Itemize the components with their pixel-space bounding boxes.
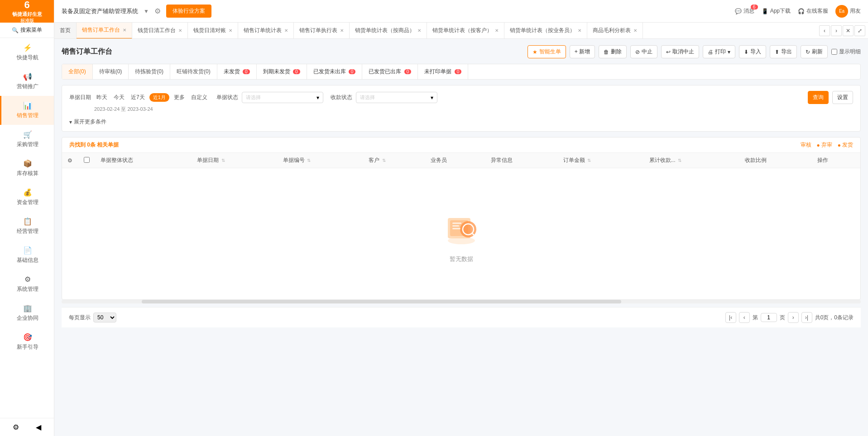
tab-close-icon-6[interactable]: ✕ [417, 28, 421, 33]
tab-close-icon-7[interactable]: ✕ [495, 28, 499, 33]
subtab-pending-inspect[interactable]: 待拣验货(0) [129, 64, 170, 79]
th-checkbox[interactable] [78, 153, 95, 168]
show-details-toggle[interactable]: 显示明细 [831, 48, 861, 56]
sidebar-item-enterprise[interactable]: 🏢 企业协同 [0, 299, 54, 327]
new-button[interactable]: + 新增 [570, 45, 595, 58]
th-customer[interactable]: 客户 ⇅ [363, 153, 425, 168]
filter-settings-button[interactable]: 设置 [832, 91, 853, 104]
date-7days-btn[interactable]: 近7天 [129, 93, 147, 102]
th-status-label: 单据整体状态 [101, 157, 133, 163]
sidebar-item-purchase[interactable]: 🛒 采购管理 [0, 125, 54, 154]
suspend-button[interactable]: ⊘ 中止 [630, 45, 657, 58]
subtab-wangpu-pending-ship[interactable]: 旺铺待发货(0) [170, 64, 217, 79]
query-button[interactable]: 查询 [808, 91, 829, 104]
tab-home[interactable]: 首页 [54, 23, 77, 39]
horizontal-scrollbar[interactable] [62, 300, 861, 303]
sidebar-search[interactable]: 🔍 搜索菜单 [0, 23, 54, 38]
payment-status-select[interactable]: 请选择 ▾ [356, 92, 437, 103]
tab-close-all-button[interactable]: ✕ [843, 25, 854, 36]
tab-sales-order-workbench[interactable]: 销售订单工作台 ✕ [77, 23, 132, 39]
sidebar-item-inventory[interactable]: 📦 库存核算 [0, 154, 54, 183]
sidebar-item-operations[interactable]: 📋 经营管理 [0, 212, 54, 241]
print-button[interactable]: 🖨 打印 ▾ [703, 45, 735, 58]
th-number[interactable]: 单据编号 ⇅ [278, 153, 364, 168]
sidebar-collapse-icon[interactable]: ◀ [36, 423, 41, 431]
select-all-checkbox[interactable] [84, 157, 90, 163]
th-settings[interactable]: ⚙ [62, 153, 78, 168]
tab-close-icon-5[interactable]: ✕ [340, 28, 344, 33]
last-page-button[interactable]: ›| [801, 312, 812, 323]
svg-rect-6 [452, 223, 461, 224]
industry-solution-button[interactable]: 体验行业方案 [166, 5, 211, 18]
cancel-audit-button[interactable]: ● 弃审 [817, 141, 832, 149]
subtab-unshipped[interactable]: 未发货 0 [217, 64, 257, 79]
prev-page-button[interactable]: ‹ [739, 312, 750, 323]
tab-prev-button[interactable]: ‹ [819, 25, 830, 36]
tab-fullscreen-button[interactable]: ⤢ [854, 25, 865, 36]
cancel-suspend-button[interactable]: ↩ 取消中止 [661, 45, 699, 58]
tab-close-icon[interactable]: ✕ [123, 28, 126, 33]
page-number-input[interactable] [761, 313, 777, 322]
subtab-pending-review[interactable]: 待审核(0) [93, 64, 129, 79]
next-page-button[interactable]: › [788, 312, 799, 323]
tab-cash-goods-reconcile[interactable]: 钱货日清对账 ✕ [188, 23, 238, 39]
tab-next-button[interactable]: › [831, 25, 842, 36]
sidebar-item-quick-nav[interactable]: ⚡ 快捷导航 [0, 38, 54, 67]
status-select[interactable]: 请选择 ▾ [242, 92, 323, 103]
export-button[interactable]: ⬆ 导出 [770, 45, 797, 58]
topbar-expand-icon[interactable]: ▼ [144, 8, 149, 14]
tab-sales-stats-staff[interactable]: 销货单统计表（按业务员） ✕ [504, 23, 587, 39]
tab-product-margin[interactable]: 商品毛利分析表 ✕ [587, 23, 643, 39]
sidebar-item-guide[interactable]: 🎯 新手引导 [0, 327, 54, 356]
subtab-all[interactable]: 全部(0) [62, 64, 93, 79]
data-table: ⚙ 单据整体状态 单据日期 ⇅ 单据编号 [62, 153, 860, 299]
sidebar-item-sys-mgmt[interactable]: ⚙ 系统管理 [0, 270, 54, 299]
subtab-shipped-out[interactable]: 已发货已出库 0 [362, 64, 418, 79]
topbar-settings-icon[interactable]: ⚙ [154, 7, 161, 15]
expand-filter-button[interactable]: ▾ 展开更多条件 [69, 115, 853, 126]
ship-button[interactable]: ● 发货 [838, 141, 853, 149]
smart-create-button[interactable]: ★ 智能生单 [528, 45, 566, 58]
tab-cash-daily-clear[interactable]: 钱货日清工作台 ✕ [132, 23, 188, 39]
tab-close-icon-9[interactable]: ✕ [633, 28, 637, 33]
date-more-btn[interactable]: 更多 [172, 93, 187, 102]
th-amount[interactable]: 订单金额 ⇅ [558, 153, 644, 168]
tab-close-icon-4[interactable]: ✕ [284, 28, 288, 33]
date-custom-btn[interactable]: 自定义 [189, 93, 209, 102]
tab-close-icon-8[interactable]: ✕ [578, 28, 581, 33]
subtab-overdue-unshipped[interactable]: 到期未发货 0 [257, 64, 307, 79]
date-yesterday-btn[interactable]: 昨天 [95, 93, 109, 102]
user-account-item[interactable]: Ea 用友 [835, 5, 861, 18]
th-date[interactable]: 单据日期 ⇅ [192, 153, 278, 168]
online-service-item[interactable]: 🎧 在线客服 [798, 7, 828, 15]
message-icon-item[interactable]: 💬 消息 6 [735, 7, 754, 15]
tab-close-icon-3[interactable]: ✕ [229, 28, 232, 33]
tab-sales-order-exec[interactable]: 销售订单执行表 ✕ [294, 23, 350, 39]
delete-button[interactable]: 🗑 删除 [599, 45, 627, 58]
tab-sales-stats-product[interactable]: 销货单统计表（按商品） ✕ [350, 23, 427, 39]
subtab-unprinted[interactable]: 未打印单据 0 [418, 64, 468, 79]
import-button[interactable]: ⬇ 导入 [739, 45, 766, 58]
scrollbar-thumb[interactable] [142, 300, 621, 303]
refresh-button[interactable]: ↻ 刷新 [801, 45, 828, 58]
th-received[interactable]: 累计收款... ⇅ [644, 153, 740, 168]
date-1month-btn[interactable]: 近1月 [149, 93, 169, 102]
subtab-shipped-not-out[interactable]: 已发货未出库 0 [307, 64, 363, 79]
tab-sales-order-stats[interactable]: 销售订单统计表 ✕ [238, 23, 294, 39]
show-details-checkbox[interactable] [831, 49, 837, 55]
sidebar-settings-icon[interactable]: ⚙ [13, 423, 19, 431]
guide-label: 新手引导 [17, 343, 38, 351]
sidebar-item-marketing[interactable]: 📢 营销推广 [0, 67, 54, 96]
table-header-bar: 共找到 0条 相关单据 审核 ● 弃审 ● 发货 [62, 137, 860, 153]
tab-close-icon-2[interactable]: ✕ [178, 28, 182, 33]
tab-sales-stats-customer[interactable]: 销货单统计表（按客户） ✕ [427, 23, 504, 39]
sidebar-item-finance[interactable]: 💰 资金管理 [0, 183, 54, 212]
audit-button[interactable]: 审核 [801, 141, 811, 149]
sidebar-item-base-info[interactable]: 📄 基础信息 [0, 241, 54, 270]
date-today-btn[interactable]: 今天 [112, 93, 126, 102]
column-settings-icon[interactable]: ⚙ [67, 157, 72, 164]
page-size-select[interactable]: 10 20 50 100 [93, 313, 116, 322]
sidebar-item-sales[interactable]: 📊 销售管理 [0, 96, 54, 125]
app-download-item[interactable]: 📱 App下载 [762, 7, 791, 15]
first-page-button[interactable]: |‹ [725, 312, 736, 323]
